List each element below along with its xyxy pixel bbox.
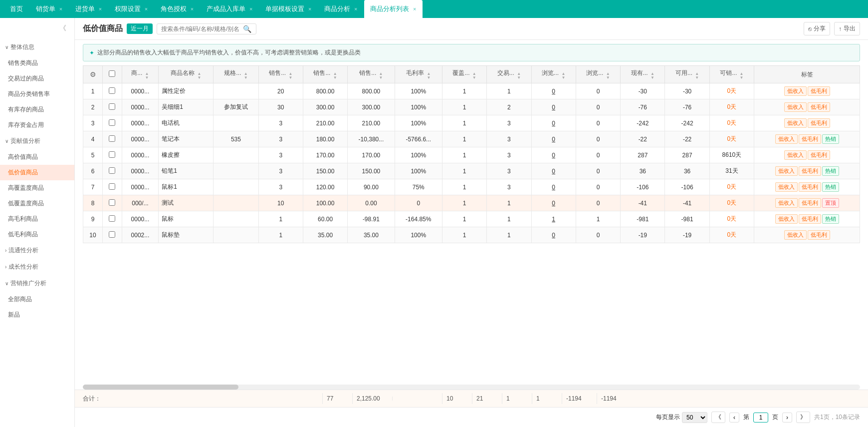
saleable-day: 0天 (727, 199, 737, 206)
search-input[interactable] (161, 25, 241, 32)
row-browse1[interactable]: 0 (531, 195, 576, 211)
sidebar-section-title-overall[interactable]: ∨ 整体信息 (0, 39, 74, 55)
sidebar-item-high-margin[interactable]: 高毛利商品 (0, 211, 74, 227)
gear-icon[interactable]: ⚙ (90, 70, 96, 78)
row-checkbox[interactable] (109, 151, 115, 158)
close-icon[interactable]: × (249, 6, 252, 12)
col-coverage[interactable]: 覆盖... ▲▼ (442, 66, 486, 83)
browse-link[interactable]: 0 (552, 232, 555, 239)
row-checkbox[interactable] (109, 215, 115, 222)
row-checkbox[interactable] (109, 135, 115, 142)
sidebar-item-high-coverage[interactable]: 高覆盖度商品 (0, 180, 74, 196)
sidebar-section-title-growth[interactable]: › 成长性分析 (0, 259, 74, 275)
sidebar-item-stock-goods[interactable]: 有库存的商品 (0, 102, 74, 117)
close-icon[interactable]: × (191, 6, 194, 12)
row-browse1[interactable]: 0 (531, 227, 576, 243)
nav-sales-order[interactable]: 销货单 × (30, 0, 68, 18)
sidebar-section-title-circulation[interactable]: › 流通性分析 (0, 242, 74, 259)
col-code[interactable]: 商... ▲▼ (122, 66, 159, 83)
col-sales-amt[interactable]: 销售... ▲▼ (303, 66, 347, 83)
row-checkbox[interactable] (109, 231, 115, 238)
browse-link[interactable]: 0 (552, 184, 555, 191)
sidebar-item-stock-capital[interactable]: 库存资金占用 (0, 117, 74, 133)
sidebar-item-low-value[interactable]: 低价值商品 (0, 165, 74, 180)
nav-product-analysis-list[interactable]: 商品分析列表 × (364, 0, 422, 18)
row-browse1[interactable]: 0 (531, 179, 576, 195)
sidebar-item-new-goods[interactable]: 新品 (0, 307, 74, 323)
search-icon[interactable]: 🔍 (243, 25, 251, 33)
row-browse1[interactable]: 0 (531, 163, 576, 179)
close-icon[interactable]: × (145, 6, 148, 12)
row-checkbox[interactable] (109, 183, 115, 190)
close-icon[interactable]: × (308, 6, 311, 12)
browse-link[interactable]: 0 (552, 200, 555, 207)
sidebar-item-high-value[interactable]: 高价值商品 (0, 149, 74, 165)
col-saleable[interactable]: 可销... ▲▼ (709, 66, 754, 83)
table-row: 10 0002... 鼠标垫 1 35.00 35.00 100% 1 1 0 … (83, 227, 860, 243)
sidebar-item-low-coverage[interactable]: 低覆盖度商品 (0, 196, 74, 211)
row-checkbox[interactable] (109, 167, 115, 174)
row-browse1[interactable]: 0 (531, 83, 576, 99)
sidebar-item-sales-goods[interactable]: 销售类商品 (0, 55, 74, 71)
nav-template[interactable]: 单据模板设置 × (259, 0, 317, 18)
col-gross-rate[interactable]: 毛利率 ▲▼ (395, 66, 442, 83)
table-scroll-bar[interactable] (83, 385, 860, 390)
nav-product-analysis[interactable]: 商品分析 × (318, 0, 363, 18)
close-icon[interactable]: × (413, 6, 416, 12)
sidebar-item-all-goods[interactable]: 全部商品 (0, 292, 74, 307)
browse-link[interactable]: 0 (552, 88, 555, 95)
browse-link[interactable]: 0 (552, 120, 555, 127)
last-page-button[interactable]: 》 (796, 412, 810, 423)
page-number-input[interactable] (753, 413, 768, 423)
close-icon[interactable]: × (59, 6, 62, 12)
next-page-button[interactable]: › (782, 413, 792, 423)
browse-link[interactable]: 0 (552, 152, 555, 159)
row-checkbox[interactable] (109, 103, 115, 110)
row-no: 8 (83, 195, 103, 211)
first-page-button[interactable]: 《 (711, 412, 725, 423)
col-stock[interactable]: 现有... ▲▼ (621, 66, 665, 83)
sidebar-section-title-marketing[interactable]: ∨ 营销推广分析 (0, 275, 74, 292)
col-sales-x[interactable]: 销售... ▲▼ (348, 66, 395, 83)
close-icon[interactable]: × (99, 6, 102, 12)
top-nav: 首页 销货单 × 进货单 × 权限设置 × 角色授权 × 产成品入库单 × 单据… (0, 0, 868, 18)
nav-purchase[interactable]: 进货单 × (69, 0, 108, 18)
row-checkbox[interactable] (109, 199, 115, 206)
nav-product-in[interactable]: 产成品入库单 × (201, 0, 258, 18)
col-spec[interactable]: 规格... ▲▼ (214, 66, 258, 83)
sidebar-section-title-contribution[interactable]: ∨ 贡献值分析 (0, 133, 74, 149)
prev-page-button[interactable]: ‹ (729, 413, 739, 423)
share-button[interactable]: ⎋ 分享 (804, 22, 830, 35)
browse-link[interactable]: 0 (552, 104, 555, 111)
col-sales-qty[interactable]: 销售... ▲▼ (258, 66, 303, 83)
sidebar-collapse-btn[interactable]: 《 (55, 20, 70, 37)
sidebar-item-low-margin[interactable]: 低毛利商品 (0, 227, 74, 242)
nav-permission[interactable]: 权限设置 × (109, 0, 154, 18)
row-browse1[interactable]: 0 (531, 115, 576, 131)
col-browse1[interactable]: 浏览... ▲▼ (531, 66, 576, 83)
nav-role[interactable]: 角色授权 × (155, 0, 200, 18)
browse-link[interactable]: 0 (552, 168, 555, 175)
row-browse1[interactable]: 0 (531, 131, 576, 147)
row-browse1[interactable]: 0 (531, 99, 576, 115)
col-trade[interactable]: 交易... ▲▼ (487, 66, 531, 83)
row-browse1[interactable]: 1 (531, 211, 576, 227)
select-all-checkbox[interactable] (109, 70, 115, 77)
browse-link[interactable]: 1 (552, 216, 555, 223)
row-checkbox[interactable] (109, 119, 115, 126)
scroll-thumb[interactable] (83, 385, 238, 390)
close-icon[interactable]: × (354, 6, 357, 12)
col-name[interactable]: 商品名称 ▲▼ (159, 66, 214, 83)
date-filter-badge[interactable]: 近一月 (127, 23, 153, 34)
export-button[interactable]: ↑ 导出 (834, 22, 860, 35)
col-browse2[interactable]: 浏览... ▲▼ (576, 66, 620, 83)
sidebar-item-category-sales-rate[interactable]: 商品分类销售率 (0, 86, 74, 102)
nav-home[interactable]: 首页 (4, 0, 29, 18)
row-browse1[interactable]: 0 (531, 147, 576, 163)
sidebar-item-traded-goods[interactable]: 交易过的商品 (0, 71, 74, 86)
row-checkbox[interactable] (109, 87, 115, 94)
per-page-select[interactable]: 50 100 (682, 412, 707, 423)
browse-link[interactable]: 0 (552, 136, 555, 143)
col-available[interactable]: 可用... ▲▼ (665, 66, 709, 83)
col-gear[interactable]: ⚙ (83, 66, 103, 83)
